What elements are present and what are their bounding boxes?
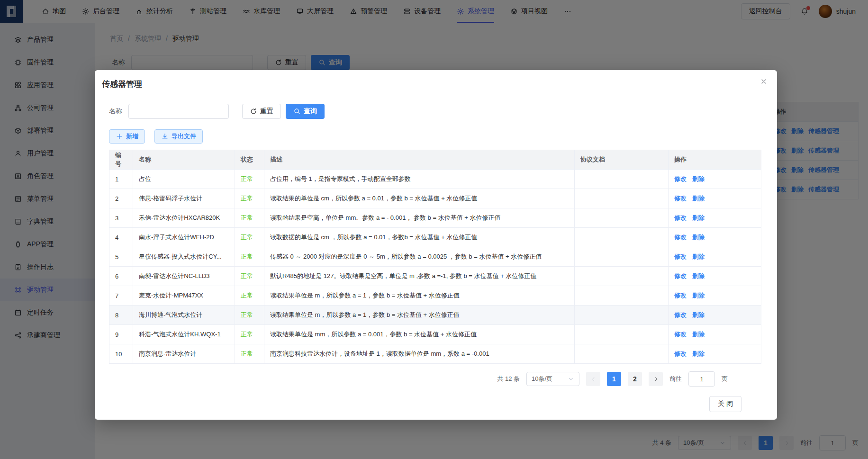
cell-desc: 默认R485的地址是 127。读取结果是空高，单位是 m ,参数 a =-1, … xyxy=(264,267,575,286)
prev-page-button xyxy=(586,372,600,386)
cell-id: 10 xyxy=(109,344,133,364)
table-row: 9科浩-气泡式水位计KH.WQX-1正常读取结果单位是 mm，所以参数 a = … xyxy=(109,325,761,344)
modal-title: 传感器管理 xyxy=(102,79,769,90)
edit-link[interactable]: 修改 xyxy=(674,291,687,300)
cell-status: 正常 xyxy=(235,208,264,228)
column-header-状态: 状态 xyxy=(235,150,264,170)
cell-status: 正常 xyxy=(235,170,264,189)
edit-link[interactable]: 修改 xyxy=(674,330,687,339)
delete-link[interactable]: 删除 xyxy=(692,252,705,261)
cell-desc: 传感器 0 ～ 2000 对应的是深度是 0 ～ 5m，所以参数 a = 0.0… xyxy=(264,247,575,267)
cell-status: 正常 xyxy=(235,247,264,267)
modal-close-button[interactable]: 关 闭 xyxy=(709,396,741,412)
cell-id: 8 xyxy=(109,306,133,325)
column-header-协议文档: 协议文档 xyxy=(575,150,669,170)
delete-link[interactable]: 删除 xyxy=(692,291,705,300)
edit-link[interactable]: 修改 xyxy=(674,350,687,358)
cell-name: 占位 xyxy=(133,170,235,189)
cell-name: 南水-浮子式水位计WFH-2D xyxy=(133,228,235,247)
add-button[interactable]: 新增 xyxy=(109,129,145,144)
modal-reset-button[interactable]: 重置 xyxy=(242,104,281,119)
download-icon xyxy=(161,133,169,140)
cell-id: 4 xyxy=(109,228,133,247)
cell-id: 9 xyxy=(109,325,133,344)
modal-header: 传感器管理 xyxy=(95,70,777,90)
column-header-描述: 描述 xyxy=(264,150,575,170)
table-row: 5星仪传感器-投入式水位计CY...正常传感器 0 ～ 2000 对应的是深度是… xyxy=(109,247,761,267)
edit-link[interactable]: 修改 xyxy=(674,233,687,242)
cell-status: 正常 xyxy=(235,286,264,306)
goto-page-input[interactable] xyxy=(688,371,715,387)
row-actions: 修改删除 xyxy=(674,252,755,261)
delete-link[interactable]: 删除 xyxy=(692,311,705,319)
row-actions: 修改删除 xyxy=(674,350,755,358)
page-button-2[interactable]: 2 xyxy=(628,372,642,386)
delete-link[interactable]: 删除 xyxy=(692,350,705,358)
row-actions: 修改删除 xyxy=(674,175,755,183)
export-file-button[interactable]: 导出文件 xyxy=(154,129,203,144)
delete-link[interactable]: 删除 xyxy=(692,233,705,242)
delete-link[interactable]: 删除 xyxy=(692,330,705,339)
next-page-button[interactable] xyxy=(649,372,663,386)
edit-link[interactable]: 修改 xyxy=(674,252,687,261)
modal-toolbar: 新增 导出文件 xyxy=(109,129,763,144)
page-size-select[interactable]: 10条/页 xyxy=(526,372,579,386)
row-actions: 修改删除 xyxy=(674,194,755,203)
cell-doc xyxy=(575,344,669,364)
row-actions: 修改删除 xyxy=(674,272,755,280)
cell-name: 科浩-气泡式水位计KH.WQX-1 xyxy=(133,325,235,344)
cell-status: 正常 xyxy=(235,325,264,344)
cell-actions: 修改删除 xyxy=(669,306,761,325)
cell-desc: 读取的结果是空高，单位是 mm。参数 a = - 0.001， 参数 b = 水… xyxy=(264,208,575,228)
cell-id: 2 xyxy=(109,189,133,208)
table-row: 3禾信-雷达水位计HXCAR820K正常读取的结果是空高，单位是 mm。参数 a… xyxy=(109,208,761,228)
page-button-1[interactable]: 1 xyxy=(607,372,621,386)
page-size-value: 10条/页 xyxy=(532,375,552,383)
cell-desc: 读取数据的单位是 cm ，所以参数 a = 0.01，参数b = 水位基值 + … xyxy=(264,228,575,247)
cell-actions: 修改删除 xyxy=(669,228,761,247)
edit-link[interactable]: 修改 xyxy=(674,272,687,280)
cell-status: 正常 xyxy=(235,344,264,364)
pagination-total: 共 12 条 xyxy=(497,375,520,383)
cell-desc: 读取结果的单位是 cm，所以参数 a = 0.01，参数 b = 水位基值 + … xyxy=(264,189,575,208)
table-row: 6南昶-雷达水位计NC-LLD3正常默认R485的地址是 127。读取结果是空高… xyxy=(109,267,761,286)
delete-link[interactable]: 删除 xyxy=(692,214,705,222)
modal-query-button[interactable]: 查询 xyxy=(286,104,325,119)
cell-desc: 读取结果单位是 m，所以参数 a = 1，参数 b = 水位基值 + 水位修正值 xyxy=(264,286,575,306)
cell-status: 正常 xyxy=(235,267,264,286)
modal-name-input[interactable] xyxy=(128,104,229,119)
delete-link[interactable]: 删除 xyxy=(692,194,705,203)
cell-id: 7 xyxy=(109,286,133,306)
cell-desc: 占位用，编号 1，是指专家模式，手动配置全部参数 xyxy=(264,170,575,189)
row-actions: 修改删除 xyxy=(674,233,755,242)
edit-link[interactable]: 修改 xyxy=(674,214,687,222)
cell-name: 南昶-雷达水位计NC-LLD3 xyxy=(133,267,235,286)
goto-unit: 页 xyxy=(722,375,728,383)
table-row: 8海川博通-气泡式水位计正常读取结果单位是 m，所以参数 a = 1，参数 b … xyxy=(109,306,761,325)
cell-id: 5 xyxy=(109,247,133,267)
edit-link[interactable]: 修改 xyxy=(674,194,687,203)
refresh-icon xyxy=(250,108,257,115)
cell-id: 6 xyxy=(109,267,133,286)
cell-desc: 读取结果单位是 mm，所以参数 a = 0.001，参数 b = 水位基值 + … xyxy=(264,325,575,344)
delete-link[interactable]: 删除 xyxy=(692,175,705,183)
cell-id: 3 xyxy=(109,208,133,228)
sensor-modal: 传感器管理 名称 重置 查询 新增 导出文件 编号名称状 xyxy=(95,70,777,420)
cell-status: 正常 xyxy=(235,228,264,247)
row-actions: 修改删除 xyxy=(674,330,755,339)
column-header-编号: 编号 xyxy=(109,150,133,170)
cell-doc xyxy=(575,247,669,267)
cell-actions: 修改删除 xyxy=(669,189,761,208)
goto-label: 前往 xyxy=(669,375,682,383)
cell-doc xyxy=(575,189,669,208)
edit-link[interactable]: 修改 xyxy=(674,175,687,183)
cell-doc xyxy=(575,208,669,228)
modal-body: 名称 重置 查询 新增 导出文件 编号名称状态描述协议文档操作1占位正常占位用，… xyxy=(95,104,777,387)
edit-link[interactable]: 修改 xyxy=(674,311,687,319)
close-icon[interactable] xyxy=(760,78,768,85)
cell-name: 南京润息-雷达水位计 xyxy=(133,344,235,364)
row-actions: 修改删除 xyxy=(674,291,755,300)
delete-link[interactable]: 删除 xyxy=(692,272,705,280)
table-row: 10南京润息-雷达水位计正常南京润息科技雷达水位计，设备地址是 1，读取数据单位… xyxy=(109,344,761,364)
cell-actions: 修改删除 xyxy=(669,344,761,364)
